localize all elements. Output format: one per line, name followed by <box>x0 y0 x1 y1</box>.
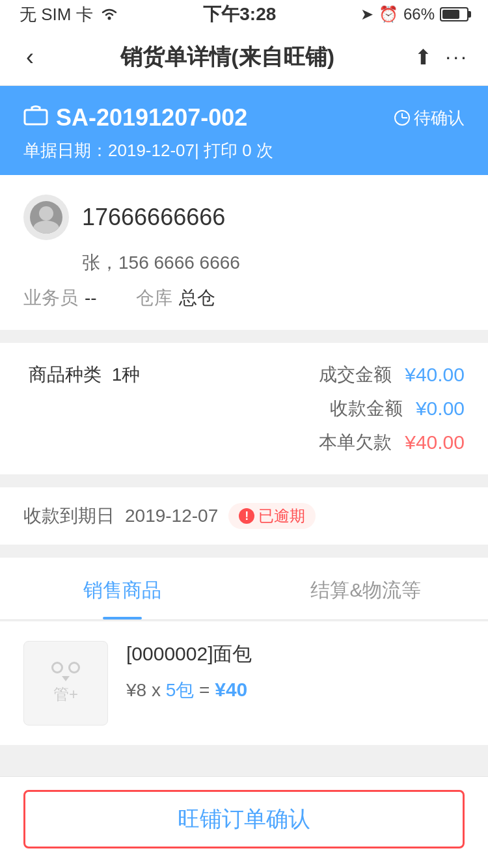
carrier-text: 无 SIM 卡 <box>20 3 93 26</box>
customer-name: 张，156 6666 6666 <box>82 251 465 275</box>
clock-icon <box>394 110 410 126</box>
summary-left: 商品种类 1种 <box>23 362 140 387</box>
svg-rect-1 <box>25 110 47 124</box>
customer-top: 17666666666 <box>23 195 465 240</box>
alarm-icon: ⏰ <box>379 5 398 23</box>
transaction-amount-row: 成交金额 ¥40.00 <box>319 362 465 387</box>
status-time: 下午3:28 <box>203 2 276 27</box>
warning-icon: ! <box>239 508 254 524</box>
sales-rep: 业务员 -- <box>23 286 97 310</box>
wifi-icon <box>100 5 119 25</box>
product-logo: 管+ <box>51 662 80 705</box>
location-icon: ➤ <box>360 5 373 23</box>
order-icon <box>23 104 48 131</box>
summary-section: 商品种类 1种 成交金额 ¥40.00 收款金额 ¥0.00 本单欠款 ¥40.… <box>0 343 488 474</box>
product-thumbnail: 管+ <box>23 641 108 726</box>
svg-point-0 <box>107 16 111 20</box>
owl-eye-right <box>68 662 80 673</box>
status-right: ➤ ⏰ 66% <box>360 5 468 23</box>
received-amount: ¥0.00 <box>416 398 465 420</box>
owl-eyes <box>51 662 80 673</box>
owed-amount: ¥40.00 <box>405 431 465 454</box>
warehouse: 仓库 总仓 <box>136 286 215 310</box>
product-type: 商品种类 1种 <box>23 362 140 387</box>
summary-right: 成交金额 ¥40.00 收款金额 ¥0.00 本单欠款 ¥40.00 <box>319 362 465 455</box>
product-total: ¥40 <box>215 679 247 700</box>
overdue-badge: ! 已逾期 <box>228 503 316 529</box>
more-icon[interactable]: ··· <box>445 45 468 69</box>
product-section: 管+ [0000002]面包 ¥8 x 5包 = ¥40 <box>0 621 488 745</box>
owl-beak <box>62 676 70 681</box>
customer-meta: 业务员 -- 仓库 总仓 <box>23 286 465 310</box>
product-name: [0000002]面包 <box>126 641 252 668</box>
transaction-amount: ¥40.00 <box>405 364 465 386</box>
order-header: SA-20191207-002 待确认 单据日期：2019-12-07| 打印 … <box>0 86 488 175</box>
tabs-section: 销售商品 结算&物流等 <box>0 558 488 620</box>
order-id-row: SA-20191207-002 待确认 <box>23 104 465 131</box>
nav-bar: ‹ 销货单详情(来自旺铺) ⬆ ··· <box>0 29 488 86</box>
confirm-btn-container: 旺铺订单确认 <box>0 776 488 868</box>
customer-phone: 17666666666 <box>82 204 225 231</box>
nav-actions: ⬆ ··· <box>414 45 468 70</box>
received-amount-row: 收款金额 ¥0.00 <box>330 396 465 421</box>
product-price: ¥8 x 5包 = ¥40 <box>126 678 252 703</box>
tab-sales-products[interactable]: 销售商品 <box>0 558 244 619</box>
tabs-row: 销售商品 结算&物流等 <box>0 558 488 620</box>
status-bar: 无 SIM 卡 下午3:28 ➤ ⏰ 66% <box>0 0 488 29</box>
share-icon[interactable]: ⬆ <box>414 45 432 70</box>
order-date-row: 单据日期：2019-12-07| 打印 0 次 <box>23 139 465 162</box>
customer-section: 17666666666 张，156 6666 6666 业务员 -- 仓库 总仓 <box>0 175 488 330</box>
tab-settlement[interactable]: 结算&物流等 <box>244 558 488 619</box>
confirm-order-button[interactable]: 旺铺订单确认 <box>23 790 465 848</box>
page-title: 销货单详情(来自旺铺) <box>40 42 414 72</box>
owl-plus: 管+ <box>53 684 78 705</box>
order-status: 待确认 <box>394 107 465 129</box>
battery-icon <box>440 7 468 21</box>
product-info: [0000002]面包 ¥8 x 5包 = ¥40 <box>126 641 252 703</box>
owl-eye-left <box>51 662 63 673</box>
back-button[interactable]: ‹ <box>20 37 40 77</box>
status-left: 无 SIM 卡 <box>20 3 119 26</box>
order-id: SA-20191207-002 <box>23 104 247 131</box>
owed-amount-row: 本单欠款 ¥40.00 <box>319 430 465 455</box>
avatar <box>23 195 69 240</box>
battery-percent: 66% <box>403 5 435 23</box>
due-date-section: 收款到期日 2019-12-07 ! 已逾期 <box>0 487 488 545</box>
